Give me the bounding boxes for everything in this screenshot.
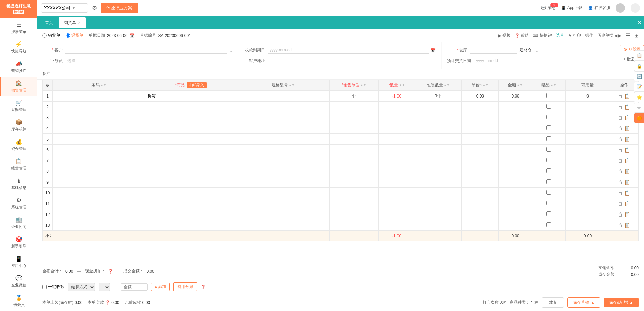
- row-quantity[interactable]: [379, 209, 415, 220]
- row-product[interactable]: [145, 155, 237, 166]
- barcode-input[interactable]: [55, 169, 142, 174]
- discard-button[interactable]: 放弃: [542, 297, 564, 308]
- copy-row-button[interactable]: 📋: [624, 115, 630, 120]
- barcode-input[interactable]: [55, 137, 142, 142]
- row-product[interactable]: [145, 112, 237, 123]
- copy-row-button[interactable]: 📋: [624, 169, 630, 174]
- row-gift[interactable]: [532, 123, 566, 134]
- toolbar-select[interactable]: 选单: [556, 33, 564, 38]
- row-quantity[interactable]: [379, 166, 415, 177]
- salesperson-more-icon[interactable]: …: [230, 59, 234, 63]
- row-barcode[interactable]: [53, 188, 145, 198]
- sidebar-item-operations[interactable]: 📋 经营管理: [0, 155, 37, 174]
- delete-row-button[interactable]: 🗑: [618, 180, 623, 185]
- row-unit-price[interactable]: 0.00: [462, 91, 499, 102]
- row-barcode[interactable]: [53, 155, 145, 166]
- gift-checkbox[interactable]: [546, 125, 551, 130]
- spec-input[interactable]: [240, 180, 326, 185]
- row-unit-price[interactable]: [462, 145, 499, 155]
- delete-row-button[interactable]: 🗑: [618, 137, 623, 142]
- gift-checkbox[interactable]: [546, 201, 551, 205]
- row-package-qty[interactable]: [415, 188, 461, 198]
- row-gift[interactable]: [532, 112, 566, 123]
- save-draft-button[interactable]: 保存草稿 ▲: [567, 297, 600, 308]
- row-product[interactable]: [145, 134, 237, 145]
- row-gift[interactable]: [532, 166, 566, 177]
- gift-checkbox[interactable]: [546, 104, 551, 109]
- sidebar-item-appcenter[interactable]: 📱 应用中心: [0, 252, 37, 272]
- product-input[interactable]: [148, 158, 234, 163]
- row-unit-price[interactable]: [462, 188, 499, 198]
- row-gift[interactable]: [532, 155, 566, 166]
- copy-row-button[interactable]: 📋: [624, 126, 630, 131]
- radio-sales[interactable]: [42, 33, 47, 38]
- row-sales-unit[interactable]: [329, 145, 379, 155]
- row-gift[interactable]: [532, 145, 566, 155]
- row-sales-unit[interactable]: [329, 177, 379, 188]
- row-package-qty[interactable]: [415, 102, 461, 112]
- sidebar-item-search[interactable]: ☰ 搜索菜单: [0, 18, 37, 38]
- row-sales-unit[interactable]: [329, 134, 379, 145]
- barcode-input[interactable]: [55, 148, 142, 152]
- one-click-payment-label[interactable]: 一键收款: [42, 284, 64, 290]
- customer-more-icon[interactable]: …: [230, 48, 234, 53]
- row-spec[interactable]: [237, 209, 329, 220]
- row-quantity[interactable]: [379, 198, 415, 209]
- gift-checkbox[interactable]: [546, 115, 551, 119]
- row-package-qty[interactable]: [415, 220, 461, 231]
- row-sales-unit[interactable]: [329, 220, 379, 231]
- barcode-input[interactable]: [55, 158, 142, 163]
- sidebar-item-quick-nav[interactable]: ⚡ 快捷导航: [0, 38, 37, 57]
- row-sales-unit[interactable]: 个: [329, 91, 379, 102]
- row-quantity[interactable]: [379, 145, 415, 155]
- row-gift[interactable]: [532, 198, 566, 209]
- spec-input[interactable]: [240, 105, 326, 109]
- barcode-input[interactable]: [55, 180, 142, 185]
- sidebar-item-purchase[interactable]: 🛒 采购管理: [0, 96, 37, 116]
- delete-row-button[interactable]: 🗑: [618, 223, 623, 228]
- expense-info-icon[interactable]: ❓: [201, 285, 206, 289]
- row-spec[interactable]: [237, 102, 329, 112]
- topbar-settings-icon[interactable]: ⚙: [91, 3, 98, 12]
- product-input[interactable]: [148, 223, 234, 228]
- row-gift[interactable]: [532, 102, 566, 112]
- delete-row-button[interactable]: 🗑: [618, 201, 623, 206]
- copy-row-button[interactable]: 📋: [624, 190, 630, 196]
- row-sales-unit[interactable]: [329, 188, 379, 198]
- row-amount[interactable]: [498, 209, 532, 220]
- spec-input[interactable]: [240, 169, 326, 174]
- row-barcode[interactable]: [53, 198, 145, 209]
- warehouse-input[interactable]: [470, 47, 517, 54]
- row-barcode[interactable]: [53, 145, 145, 155]
- barcode-input[interactable]: [55, 212, 142, 217]
- row-quantity[interactable]: [379, 188, 415, 198]
- message-button[interactable]: 💬 消息 99+: [541, 5, 556, 11]
- spec-input[interactable]: [240, 158, 326, 163]
- row-barcode[interactable]: [53, 134, 145, 145]
- float-btn-1[interactable]: 📋: [634, 50, 644, 61]
- radio-sales-label[interactable]: 销货单: [42, 33, 60, 38]
- float-btn-4[interactable]: 📝: [634, 82, 644, 92]
- copy-row-button[interactable]: 📋: [624, 93, 630, 99]
- delete-row-button[interactable]: 🗑: [618, 169, 623, 174]
- trial-button[interactable]: 体验行业方案: [101, 3, 138, 13]
- row-spec[interactable]: [237, 91, 329, 102]
- row-sales-unit[interactable]: [329, 112, 379, 123]
- close-all-tabs[interactable]: ×: [638, 19, 641, 26]
- row-barcode[interactable]: [53, 112, 145, 123]
- product-input[interactable]: [148, 201, 234, 206]
- row-unit-price[interactable]: [462, 134, 499, 145]
- copy-row-button[interactable]: 📋: [624, 104, 630, 110]
- toolbar-video[interactable]: ▶ 视频: [498, 33, 510, 38]
- barcode-input[interactable]: [55, 105, 142, 109]
- toolbar-history[interactable]: 历史单据 ◀ ▶: [597, 33, 621, 38]
- row-amount[interactable]: [498, 177, 532, 188]
- save-new-button[interactable]: 保存&新增 ▲: [604, 298, 639, 307]
- row-spec[interactable]: [237, 220, 329, 231]
- row-spec[interactable]: [237, 134, 329, 145]
- row-amount[interactable]: [498, 102, 532, 112]
- row-unit-price[interactable]: [462, 102, 499, 112]
- row-unit-price[interactable]: [462, 123, 499, 134]
- row-gift[interactable]: [532, 188, 566, 198]
- copy-row-button[interactable]: 📋: [624, 223, 630, 228]
